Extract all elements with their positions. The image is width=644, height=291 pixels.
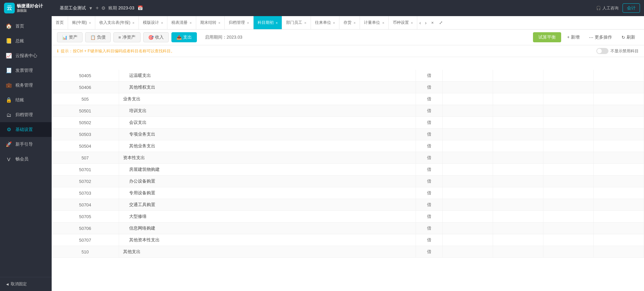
table-row[interactable]: 50503 专项业务支出 借: [52, 129, 644, 140]
tab-close-7[interactable]: ×: [276, 21, 278, 25]
tab-close-all[interactable]: ×: [429, 16, 437, 29]
logo-text: 畅捷通好会计 旗舰版: [17, 3, 43, 13]
table-row[interactable]: 507 资本性支出 借: [52, 152, 644, 164]
subtab-收入[interactable]: 🎯收入: [143, 32, 169, 42]
sidebar-item-首页[interactable]: 🏠 首页: [0, 19, 52, 34]
table-row[interactable]: 505 业务支出 借: [52, 93, 644, 105]
tab-往来单位[interactable]: 往来单位×: [311, 16, 339, 29]
account-button[interactable]: 会计: [623, 3, 640, 13]
settings-icon[interactable]: ⚙: [101, 5, 106, 11]
more-icon: ⋯: [589, 35, 593, 40]
tab-close-10[interactable]: ×: [354, 21, 356, 25]
sidebar-collapse[interactable]: ◄ 取消固定: [0, 277, 52, 291]
table-row[interactable]: 50504 其他业务支出 借: [52, 140, 644, 152]
cell-code-15: 510: [52, 246, 119, 258]
tab-首页[interactable]: 首页: [52, 16, 68, 29]
sidebar-item-总账[interactable]: 📒 总账: [0, 34, 52, 48]
tab-close-1[interactable]: ×: [89, 21, 91, 25]
sidebar-item-云报表中心[interactable]: 📈 云报表中心: [0, 48, 52, 63]
tab-税表清册[interactable]: 税表清册×: [167, 16, 196, 29]
cell-code-2: 505: [52, 93, 119, 105]
table-row[interactable]: 50703 专用设备购置 借: [52, 187, 644, 199]
main-layout: 🏠 首页 📒 总账 📈 云报表中心 🧾 发票管理 💼 税务管理 🔒 结账 🗂 归…: [0, 16, 644, 291]
tab-close-3[interactable]: ×: [161, 21, 163, 25]
more-button[interactable]: ⋯ 更多操作: [586, 33, 615, 42]
table-row[interactable]: 50405 运温暖支出 借: [52, 70, 644, 82]
tab-close-12[interactable]: ×: [411, 21, 413, 25]
tab-close-5[interactable]: ×: [218, 21, 220, 25]
table-row[interactable]: 50704 交通工具购置 借: [52, 199, 644, 211]
refresh-button[interactable]: ↻ 刷新: [618, 33, 639, 42]
tab-账(中期)[interactable]: 账(中期)×: [68, 16, 95, 29]
tab-close-9[interactable]: ×: [333, 21, 335, 25]
calendar-icon[interactable]: 📅: [138, 5, 143, 10]
tab-close-11[interactable]: ×: [382, 21, 384, 25]
tab-nav-prev[interactable]: ‹: [417, 16, 423, 29]
tab-收入支出表(年报)[interactable]: 收入支出表(年报)×: [95, 16, 139, 29]
table-row[interactable]: 50502 会议支出 借: [52, 117, 644, 129]
cell-dir-3: 借: [416, 105, 443, 117]
sub-tab-bar: 📊资产📋负债≡净资产🎯收入📤支出 启用期间：2023.03 试算平衡 + 新增 …: [52, 30, 644, 45]
cell-debit-10: [493, 187, 543, 199]
table-row[interactable]: 50706 信息网络购建 借: [52, 223, 644, 234]
table-row[interactable]: 50701 房屋建筑物购建 借: [52, 164, 644, 176]
add-button[interactable]: + 新增: [564, 33, 583, 42]
gear-icon[interactable]: ⚙: [93, 61, 97, 66]
tab-归档管理[interactable]: 归档管理×: [225, 16, 253, 29]
cell-code-12: 50705: [52, 211, 119, 223]
cell-year-4: [594, 117, 644, 129]
tab-close-2[interactable]: ×: [132, 21, 134, 25]
add-project-btn[interactable]: +: [96, 5, 99, 11]
sidebar-item-税务管理[interactable]: 💼 税务管理: [0, 78, 52, 93]
dropdown-icon[interactable]: ▼: [89, 6, 93, 11]
tab-expand[interactable]: ⤢: [436, 16, 445, 29]
tab-计量单位[interactable]: 计量单位×: [360, 16, 388, 29]
table-row[interactable]: 50406 其他维权支出 借: [52, 82, 644, 93]
sidebar-item-归档管理[interactable]: 🗂 归档管理: [0, 107, 52, 122]
table-row[interactable]: 510 其他支出 借: [52, 246, 644, 258]
table-row[interactable]: 50707 其他资本性支出 借: [52, 234, 644, 246]
cell-name-4: 会议支出: [119, 117, 416, 129]
sidebar-item-畅会员[interactable]: V 畅会员: [0, 152, 52, 166]
project-name[interactable]: 基层工会测试: [60, 5, 86, 11]
sidebar-item-发票管理[interactable]: 🧾 发票管理: [0, 63, 52, 78]
tab-科目期初[interactable]: 科目期初×: [254, 16, 282, 29]
cell-dir-8: 借: [416, 164, 443, 176]
sidebar-item-新手引导[interactable]: 🚀 新手引导: [0, 137, 52, 152]
toggle-switch[interactable]: [596, 48, 608, 54]
tab-币种设置[interactable]: 币种设置×: [389, 16, 417, 29]
table-container[interactable]: 科目编码 ⚙ 科目名称 方向 期初余额 本年累计借方 本年累计贷方 年初余额 5…: [52, 57, 644, 291]
tab-close-8[interactable]: ×: [304, 21, 306, 25]
tab-close-6[interactable]: ×: [247, 21, 249, 25]
cell-code-7: 507: [52, 152, 119, 164]
sidebar-item-基础设置[interactable]: ⚙ 基础设置: [0, 122, 52, 137]
tab-存货[interactable]: 存货×: [339, 16, 360, 29]
tab-模版设计[interactable]: 模版设计×: [139, 16, 167, 29]
subtab-净资产[interactable]: ≡净资产: [113, 32, 141, 42]
cell-name-5: 专项业务支出: [119, 129, 416, 140]
col-header-debit: 本年累计借方: [493, 57, 543, 70]
balance-button[interactable]: 试算平衡: [533, 32, 561, 42]
cell-year-2: [594, 93, 644, 105]
subtab-icon-2: ≡: [118, 35, 121, 40]
cell-credit-11: [543, 199, 594, 211]
tab-部门员工[interactable]: 部门员工×: [282, 16, 311, 29]
cell-balance-11: [443, 199, 493, 211]
subtab-支出[interactable]: 📤支出: [171, 32, 197, 42]
subtab-负债[interactable]: 📋负债: [85, 32, 111, 42]
tab-nav-next[interactable]: ›: [423, 16, 429, 29]
tab-期末结转[interactable]: 期末结转×: [196, 16, 225, 29]
sidebar-item-结账[interactable]: 🔒 结账: [0, 93, 52, 107]
table-row[interactable]: 50702 办公设备购置 借: [52, 176, 644, 187]
tab-close-4[interactable]: ×: [190, 21, 192, 25]
cell-dir-2: 借: [416, 93, 443, 105]
table-row[interactable]: 50501 培训支出 借: [52, 105, 644, 117]
top-bar: 云 畅捷通好会计 旗舰版 基层工会测试 ▼ + ⚙ 账期 2023-03 📅 🎧…: [0, 0, 644, 16]
table-row[interactable]: 50705 大型修缮 借: [52, 211, 644, 223]
support-button[interactable]: 🎧 人工咨询: [596, 5, 619, 11]
info-icon: ℹ: [57, 49, 59, 53]
toggle-label: 不显示禁用科目: [596, 48, 639, 54]
cell-debit-4: [493, 117, 543, 129]
cell-code-4: 50502: [52, 117, 119, 129]
subtab-资产[interactable]: 📊资产: [57, 32, 83, 42]
